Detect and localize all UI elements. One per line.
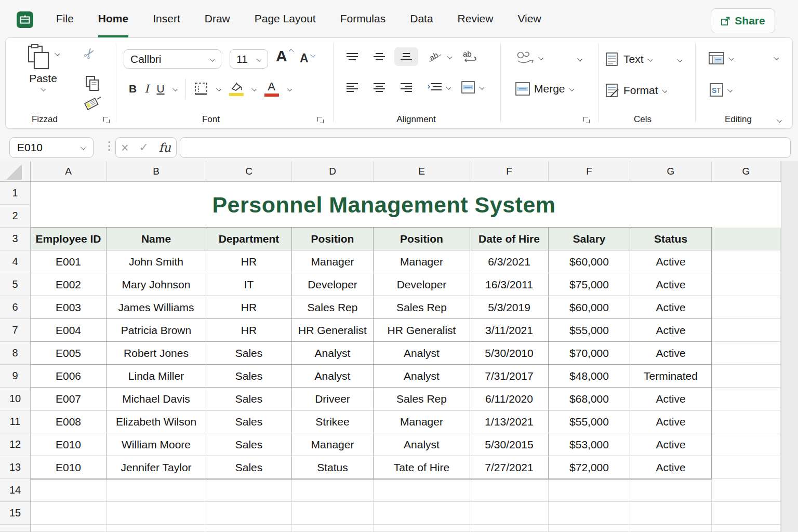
cell[interactable]: Manager [374,250,470,273]
cell[interactable] [107,502,206,525]
column-header[interactable]: G [630,161,712,182]
clipboard-dialog-launcher[interactable] [103,117,110,124]
cell[interactable]: Sales Rep [374,296,470,319]
share-button[interactable]: Share [711,8,775,33]
cell[interactable]: $55,000 [549,410,630,433]
cell[interactable] [712,342,781,365]
tab-file[interactable]: File [56,0,74,37]
cell[interactable]: Department [206,228,292,250]
cell[interactable] [31,479,107,502]
indent-button[interactable] [428,83,451,92]
row-header[interactable]: 8 [0,342,31,365]
cell[interactable]: $68,000 [549,388,630,410]
cell[interactable] [712,433,781,456]
cell[interactable]: Linda Miller [107,365,206,388]
editing-fill-button[interactable] [708,51,734,65]
column-header[interactable]: C [206,161,292,182]
copy-button[interactable] [85,75,100,92]
cell[interactable]: E008 [31,410,107,433]
cell[interactable]: Jennifer Taylor [107,456,206,479]
cell[interactable]: Position [374,228,470,250]
cell[interactable]: E001 [31,250,107,273]
cell[interactable]: Manager [374,410,470,433]
cell[interactable] [712,502,781,525]
cut-button[interactable]: ✂ [84,45,96,62]
cell[interactable]: $53,000 [549,433,630,456]
merge-dialog-launcher[interactable] [583,117,590,124]
italic-button[interactable]: I [144,83,149,95]
cell[interactable] [549,525,630,532]
align-bottom-button[interactable] [394,47,418,66]
cell[interactable]: Elizabeth Wilson [107,410,206,433]
cell[interactable]: 3/11/2021 [470,319,549,342]
underline-button[interactable]: U [156,83,164,95]
row-header[interactable]: 1 [0,182,31,205]
editing-label-chevron[interactable] [777,118,782,122]
row-header[interactable]: 10 [0,388,31,410]
tab-page-layout[interactable]: Page Layout [255,0,316,37]
cell[interactable] [374,525,470,532]
cell[interactable]: Name [107,228,206,250]
enter-icon[interactable]: ✓ [139,142,148,153]
cell[interactable]: Sales [206,410,292,433]
formula-input[interactable] [180,137,791,158]
format-button[interactable]: Format [604,83,667,98]
cell[interactable]: Patricia Brown [107,319,206,342]
tab-review[interactable]: Review [458,0,494,37]
font-color-chevron[interactable] [287,87,292,91]
cell[interactable]: Active [630,388,712,410]
column-header[interactable]: E [374,161,470,182]
cell[interactable]: 5/3/2019 [470,296,549,319]
font-color-button[interactable]: A [264,81,279,97]
cell[interactable] [292,479,374,502]
name-box[interactable]: E010 [9,137,94,158]
insert-text-button[interactable]: Text [604,51,653,67]
editing-group-overflow-chevron[interactable] [774,56,779,60]
cell[interactable] [470,479,549,502]
cell[interactable]: $70,000 [549,342,630,365]
insert-function-button[interactable]: fu [159,141,171,154]
cell[interactable]: Position [292,228,374,250]
cell[interactable]: 6/3/2021 [470,250,549,273]
cell[interactable]: HR Generalist [292,319,374,342]
column-header[interactable]: F [470,161,549,182]
borders-button[interactable] [194,82,208,96]
cell[interactable]: Sales [206,342,292,365]
cell[interactable]: Date of Hire [470,228,549,250]
cell[interactable]: IT [206,273,292,296]
cell[interactable] [107,525,206,532]
font-dialog-launcher[interactable] [317,117,324,124]
cell[interactable]: $55,000 [549,319,630,342]
cell[interactable] [630,525,712,532]
cell[interactable] [712,525,781,532]
cells-group-overflow-chevron[interactable] [677,58,682,62]
cell[interactable] [292,525,374,532]
cell[interactable]: Manager [292,433,374,456]
cell[interactable] [470,525,549,532]
cell[interactable]: E007 [31,388,107,410]
row-header[interactable]: 13 [0,456,31,479]
decrease-font-button[interactable]: A [300,51,315,65]
font-size-combo[interactable]: 11 [230,49,268,69]
row-header[interactable]: 7 [0,319,31,342]
cell[interactable]: Active [630,342,712,365]
cell[interactable]: Status [630,228,712,250]
cell[interactable]: Active [630,456,712,479]
paste-button[interactable]: Paste [18,44,68,91]
cell[interactable] [549,479,630,502]
cell[interactable]: Employee ID [31,228,107,250]
cell[interactable]: Analyst [374,342,470,365]
select-all-corner[interactable] [0,161,31,182]
cell[interactable] [206,502,292,525]
cell[interactable]: Sales Rep [374,388,470,410]
cell[interactable] [107,479,206,502]
row-header[interactable]: 6 [0,296,31,319]
cell[interactable] [712,296,781,319]
tab-view[interactable]: View [517,0,541,37]
cell[interactable]: Salary [549,228,630,250]
cell[interactable]: Tate of Hire [374,456,470,479]
cell[interactable]: E010 [31,433,107,456]
row-header[interactable]: 2 [0,205,31,228]
cell[interactable]: E004 [31,319,107,342]
align-center-button[interactable] [367,77,391,97]
